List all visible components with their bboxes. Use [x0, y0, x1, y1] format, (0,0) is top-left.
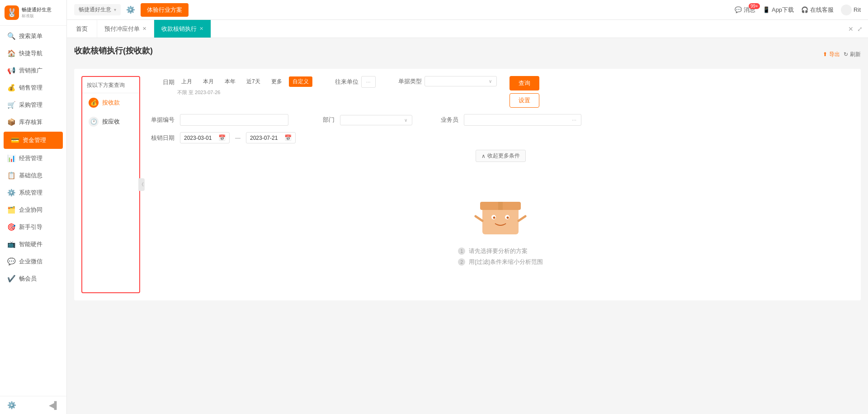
message-button[interactable]: 💬 消息 99+	[735, 6, 755, 14]
sidebar-item-label: 基础信息	[19, 171, 42, 180]
collapse-filter-row: ∧ 收起更多条件	[147, 150, 854, 162]
doc-type-label: 单据类型	[395, 77, 422, 86]
receipt-writeoff-tab-label: 收款核销执行	[161, 25, 197, 33]
collapse-label: 收起更多条件	[487, 152, 520, 160]
phone-icon: 📱	[763, 6, 770, 13]
sidebar-item-wechat[interactable]: 💬 企业微信	[0, 253, 66, 270]
chevron-down-icon: ∨	[489, 79, 492, 84]
staff-dots: ···	[572, 117, 576, 123]
sidebar-item-label: 企业微信	[19, 257, 42, 266]
tab-receipt-writeoff[interactable]: 收款核销执行 ✕	[154, 20, 211, 38]
sidebar-item-system[interactable]: ⚙️ 系统管理	[0, 184, 66, 201]
writeoff-start-value: 2023-03-01	[184, 135, 212, 141]
wechat-icon: 💬	[7, 257, 15, 266]
logo-text-group: 畅捷通好生意 标准版	[22, 6, 52, 19]
sidebar-item-marketing[interactable]: 📢 营销推广	[0, 62, 66, 79]
sidebar-item-search-menu[interactable]: 🔍 搜索菜单	[0, 28, 66, 45]
writeoff-end-date-input[interactable]: 2023-07-21 📅	[246, 132, 296, 143]
topbar-brand-name: 畅捷通好生意	[79, 6, 111, 14]
user-name: Rit	[854, 6, 861, 13]
query-button[interactable]: 查询	[509, 76, 539, 90]
staff-label: 业务员	[431, 116, 458, 124]
sidebar-item-sales[interactable]: 💰 销售管理	[0, 79, 66, 96]
export-label: 导出	[829, 51, 840, 58]
inventory-icon: 📦	[7, 118, 15, 126]
dept-label: 部门	[307, 116, 335, 124]
staff-input[interactable]: ···	[464, 114, 581, 126]
user-menu[interactable]: Rit	[841, 5, 861, 15]
collapse-panel-icon: 《	[139, 181, 144, 188]
sidebar-item-hardware[interactable]: 📺 智能硬件	[0, 236, 66, 253]
sidebar-item-label: 库存核算	[19, 118, 42, 126]
hardware-icon: 📺	[7, 240, 15, 248]
prepay-conflict-tab-label: 预付冲应付单	[104, 25, 140, 33]
export-button[interactable]: ⬆ 导出	[823, 51, 840, 58]
date-this-year-button[interactable]: 本年	[221, 76, 240, 87]
collapse-filter-panel-button[interactable]: 《	[138, 178, 145, 191]
home-tab-label: 首页	[76, 25, 88, 33]
svg-rect-8	[498, 202, 503, 210]
sidebar-item-label: 营销推广	[19, 67, 42, 75]
collapse-icon: ∧	[481, 153, 486, 159]
solution-button[interactable]: 体验行业方案	[141, 3, 189, 17]
no-limit-text: 不限 至 2023-07-26	[177, 89, 312, 96]
date-custom-button[interactable]: 自定义	[289, 76, 312, 87]
page-header: 收款核销执行(按收款) ⬆ 导出 ↻ 刷新	[74, 45, 861, 63]
empty-step-1-label: 请先选择要分析的方案	[469, 247, 528, 255]
partner-input[interactable]: ···	[361, 76, 376, 88]
date-label: 日期	[147, 76, 175, 86]
refresh-label: 刷新	[850, 51, 861, 58]
sidebar-item-guide[interactable]: 🎯 新手引导	[0, 219, 66, 236]
settings-icon[interactable]: ⚙️	[7, 401, 16, 409]
date-prev-month-button[interactable]: 上月	[177, 76, 196, 87]
sidebar-item-label: 新手引导	[19, 223, 42, 231]
sidebar-item-inventory[interactable]: 📦 库存核算	[0, 114, 66, 131]
sidebar-item-purchase[interactable]: 🛒 采购管理	[0, 96, 66, 114]
sidebar-item-enterprise[interactable]: 🗂️ 企业协同	[0, 201, 66, 219]
tab-home[interactable]: 首页	[67, 20, 97, 38]
refresh-button[interactable]: ↻ 刷新	[844, 51, 861, 58]
date-more-button[interactable]: 更多	[267, 76, 286, 87]
sidebar-item-operations[interactable]: 📊 经营管理	[0, 150, 66, 167]
writeoff-start-date-input[interactable]: 2023-03-01 📅	[180, 132, 230, 143]
topbar-gear-icon[interactable]: ⚙️	[126, 5, 135, 14]
topbar-brand[interactable]: 畅捷通好生意 ▾	[74, 4, 121, 15]
sidebar-item-label: 采购管理	[19, 101, 42, 109]
sidebar-item-basics[interactable]: 📋 基础信息	[0, 167, 66, 184]
sidebar-menu: 🔍 搜索菜单 🏠 快捷导航 📢 营销推广 💰 销售管理 🛒 采购管理 📦 库存核…	[0, 26, 66, 396]
sidebar-item-label: 资金管理	[23, 136, 46, 144]
expand-tab-icon[interactable]: ⤢	[857, 25, 863, 33]
logo-badge: 标准版	[22, 13, 52, 19]
calendar-start-icon: 📅	[218, 134, 226, 141]
page-body: 按以下方案查询 💰 按收款 🕐 按应收 《	[74, 69, 861, 300]
date-7days-button[interactable]: 近7天	[242, 76, 264, 87]
purchase-icon: 🛒	[7, 101, 15, 109]
dept-select[interactable]: ∨	[340, 115, 412, 125]
close-tab-prepay-icon[interactable]: ✕	[142, 26, 146, 32]
settings-button[interactable]: 设置	[509, 93, 539, 108]
sidebar-item-quick-nav[interactable]: 🏠 快捷导航	[0, 45, 66, 62]
filter-by-receivable[interactable]: 🕐 按应收	[82, 112, 139, 131]
tab-prepay-conflict[interactable]: 预付冲应付单 ✕	[97, 20, 154, 38]
online-service-button[interactable]: 🎧 在线客服	[801, 6, 834, 14]
basics-icon: 📋	[7, 171, 15, 180]
collapse-sidebar-icon[interactable]: ◀▌	[49, 401, 59, 409]
doc-no-input[interactable]	[180, 114, 288, 126]
filter-by-receipt[interactable]: 💰 按收款	[82, 93, 139, 112]
sidebar-item-member[interactable]: ✔️ 畅会员	[0, 270, 66, 287]
finance-icon: 💳	[11, 136, 19, 144]
step-num-2: 2	[458, 258, 465, 266]
app-download-label: App下载	[772, 6, 794, 14]
calendar-end-icon: 📅	[284, 134, 292, 141]
doc-type-select[interactable]: ∨	[425, 76, 497, 86]
close-tab-receipt-icon[interactable]: ✕	[199, 26, 203, 32]
collapse-more-conditions-button[interactable]: ∧ 收起更多条件	[476, 150, 526, 162]
system-icon: ⚙️	[7, 189, 15, 197]
sidebar-item-label: 企业协同	[19, 206, 42, 214]
sidebar-logo: 🐰 畅捷通好生意 标准版	[0, 0, 66, 26]
close-all-tabs-icon[interactable]: ✕	[848, 25, 854, 33]
app-download-button[interactable]: 📱 App下载	[763, 6, 794, 14]
date-this-month-button[interactable]: 本月	[199, 76, 218, 87]
empty-step-2-label: 用[过滤]条件来缩小分析范围	[469, 258, 542, 266]
sidebar-item-finance[interactable]: 💳 资金管理	[4, 132, 63, 149]
